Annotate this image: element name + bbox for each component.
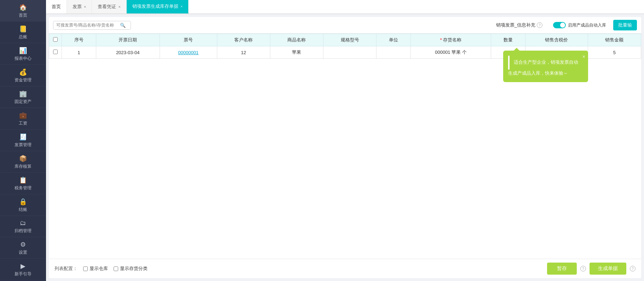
sidebar-item-invoice[interactable]: 🧾 发票管理 <box>0 130 46 151</box>
sidebar-item-settings[interactable]: ⚙ 设置 <box>0 237 46 259</box>
cell-stock: 000001 苹果 个 <box>410 46 491 59</box>
col-header-unit: 单位 <box>376 34 411 46</box>
sidebar-item-label: 税务管理 <box>15 185 31 191</box>
main-content: 首页 发票 × 查看凭证 × 销项发票生成库存单据 × 🔍 销项发票_信息补充 … <box>46 0 644 281</box>
col-header-date: 开票日期 <box>96 34 160 46</box>
sidebar-item-inventory[interactable]: 📦 库存核算 <box>0 151 46 173</box>
col-header-spec: 规格型号 <box>323 34 376 46</box>
cell-seq: 1 <box>62 46 96 59</box>
settings-icon: ⚙ <box>20 241 26 248</box>
tab-voucher-label: 查看凭证 <box>98 4 116 10</box>
sidebar-item-tax[interactable]: 📋 税务管理 <box>0 173 46 194</box>
cell-customer: 12 <box>217 46 270 59</box>
sidebar-item-label: 报表中心 <box>15 56 31 62</box>
show-warehouse-checkbox[interactable] <box>83 266 88 271</box>
col-header-stock: 存货名称 <box>410 34 491 46</box>
tab-sales-label: 销项发票生成库存单据 <box>132 3 178 10</box>
show-warehouse-label[interactable]: 显示仓库 <box>83 265 108 272</box>
action-group: 暂存 ? 生成单据 ? <box>547 263 636 275</box>
sidebar-item-label: 归档管理 <box>15 228 31 234</box>
col-header-seq: 序号 <box>62 34 96 46</box>
generate-help-icon[interactable]: ? <box>630 266 636 271</box>
invoice-icon: 🧾 <box>19 133 27 141</box>
toolbar: 🔍 销项发票_信息补充 ? 启用产成品自动入库 批量输 <box>49 17 641 34</box>
show-category-checkbox[interactable] <box>114 266 118 271</box>
sidebar-item-label: 结账 <box>19 207 27 213</box>
toggle-label: 启用产成品自动入库 <box>568 22 606 28</box>
tooltip-text: 适合生产型企业，销项发票自动生成产成品入库，快来体验～ <box>508 59 578 76</box>
sidebar-item-label: 总账 <box>19 34 27 40</box>
sidebar-item-ledger[interactable]: 📒 总账 <box>0 22 46 43</box>
cell-num: 00000001 <box>160 46 217 59</box>
ledger-icon: 📒 <box>19 25 27 33</box>
sidebar-item-closing[interactable]: 🔒 结账 <box>0 194 46 216</box>
search-box[interactable]: 🔍 <box>53 21 131 30</box>
tab-sales-close[interactable]: × <box>180 4 183 8</box>
assets-icon: 🏢 <box>19 90 27 98</box>
show-category-label[interactable]: 显示存货分类 <box>114 265 148 272</box>
search-icon: 🔍 <box>120 23 126 28</box>
select-all-checkbox[interactable] <box>53 37 58 42</box>
row-checkbox-cell <box>49 46 62 59</box>
info-help-icon[interactable]: ? <box>537 22 542 28</box>
sidebar-item-guide[interactable]: ▶ 新手引导 <box>0 259 46 280</box>
reports-icon: 📊 <box>19 47 27 55</box>
bottom-bar: 列表配置： 显示仓库 显示存货分类 暂存 ? 生成单据 ? <box>49 259 641 278</box>
row-checkbox[interactable] <box>53 50 58 54</box>
sidebar-item-label: 工资 <box>19 120 27 126</box>
tab-invoice[interactable]: 发票 × <box>67 0 92 13</box>
sidebar-item-label: 设置 <box>19 250 27 256</box>
sidebar-item-label: 资金管理 <box>15 77 31 83</box>
tab-home[interactable]: 首页 <box>46 0 67 13</box>
sidebar-item-label: 固定资产 <box>15 99 31 105</box>
generate-button[interactable]: 生成单据 <box>590 263 626 275</box>
col-header-amount: 销售金额 <box>588 34 641 46</box>
guide-icon: ▶ <box>21 262 25 270</box>
col-header-qty: 数量 <box>491 34 525 46</box>
save-help-icon[interactable]: ? <box>580 266 586 271</box>
auto-warehouse-toggle[interactable] <box>553 22 566 28</box>
cell-amount: 5 <box>588 46 641 59</box>
toggle-group: 启用产成品自动入库 <box>553 22 606 28</box>
sidebar-item-funds[interactable]: 💰 资金管理 <box>0 65 46 86</box>
list-config-label: 列表配置： <box>54 265 77 272</box>
inventory-icon: 📦 <box>19 155 27 162</box>
tab-voucher-close[interactable]: × <box>118 5 120 9</box>
archive-icon: 🗂 <box>20 219 26 227</box>
sidebar-item-salary[interactable]: 💼 工资 <box>0 108 46 130</box>
cell-unit <box>376 46 411 59</box>
col-header-goods: 商品名称 <box>270 34 323 46</box>
sidebar-item-label: 首页 <box>19 12 27 18</box>
tooltip-close-button[interactable]: × <box>582 53 585 61</box>
sidebar-item-archive[interactable]: 🗂 归档管理 <box>0 216 46 237</box>
tax-icon: 📋 <box>19 176 27 184</box>
sidebar-item-home[interactable]: 🏠 首页 <box>0 0 46 22</box>
col-header-tax-price: 销售含税价 <box>525 34 588 46</box>
cell-date: 2023-03-04 <box>96 46 160 59</box>
cell-spec <box>323 46 376 59</box>
content-area: 🔍 销项发票_信息补充 ? 启用产成品自动入库 批量输 <box>49 17 641 278</box>
sidebar-item-label: 新手引导 <box>15 271 31 277</box>
home-icon: 🏠 <box>19 4 27 11</box>
batch-button[interactable]: 批量输 <box>613 20 637 30</box>
table-header-checkbox <box>49 34 62 46</box>
col-header-num: 票号 <box>160 34 217 46</box>
info-label: 销项发票_信息补充 ? <box>496 22 542 28</box>
sidebar-item-assets[interactable]: 🏢 固定资产 <box>0 86 46 108</box>
search-input[interactable] <box>56 23 120 28</box>
sidebar-item-label: 发票管理 <box>15 142 31 148</box>
sidebar-item-label: 库存核算 <box>15 164 31 170</box>
tab-invoice-label: 发票 <box>73 4 82 10</box>
tab-invoice-close[interactable]: × <box>84 5 86 9</box>
tab-sales[interactable]: 销项发票生成库存单据 × <box>127 0 189 13</box>
save-button[interactable]: 暂存 <box>547 263 577 275</box>
funds-icon: 💰 <box>19 68 27 76</box>
salary-icon: 💼 <box>19 111 27 119</box>
tab-home-label: 首页 <box>52 4 61 10</box>
sidebar-item-reports[interactable]: 📊 报表中心 <box>0 43 46 65</box>
tab-voucher[interactable]: 查看凭证 × <box>92 0 126 13</box>
closing-icon: 🔒 <box>19 198 27 206</box>
sidebar: 🏠 首页 📒 总账 📊 报表中心 💰 资金管理 🏢 固定资产 💼 工资 🧾 发票… <box>0 0 46 281</box>
tab-bar: 首页 发票 × 查看凭证 × 销项发票生成库存单据 × <box>46 0 644 14</box>
col-header-customer: 客户名称 <box>217 34 270 46</box>
